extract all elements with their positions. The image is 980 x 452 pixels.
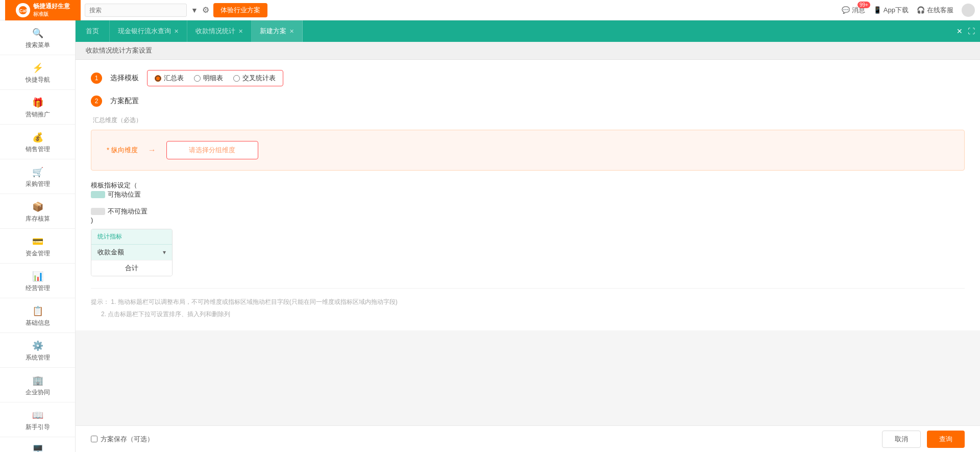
sidebar-item-enterprise[interactable]: 🏢 企业协同 [0, 368, 75, 402]
option-summary-label: 汇总表 [164, 74, 184, 83]
main-container: 🔍 搜索菜单 ⚡ 快捷导航 🎁 营销推广 💰 销售管理 🛒 采购管理 📦 库存核… [0, 20, 980, 452]
sidebar-label-search-menu: 搜索菜单 [26, 41, 50, 50]
search-dropdown-btn[interactable]: ▼ [191, 6, 198, 14]
tab-bar-right: ✕ ⛶ [951, 20, 980, 42]
metric-table-header: 统计指标 [91, 229, 172, 245]
tab-bank-flow-label: 现金银行流水查询 [118, 27, 171, 36]
tab-bank-flow-close[interactable]: ✕ [174, 29, 179, 34]
sidebar-item-finance[interactable]: 💳 资金管理 [0, 229, 75, 264]
radio-summary[interactable] [155, 75, 161, 82]
search-menu-icon: 🔍 [32, 28, 43, 39]
metric-subtotal: 合计 [91, 260, 172, 276]
tab-receipt-stats[interactable]: 收款情况统计 ✕ [187, 20, 252, 42]
radio-detail[interactable] [194, 75, 201, 82]
metric-table-row-amount[interactable]: 收款金额 ▾ [91, 245, 172, 260]
query-button[interactable]: 查询 [927, 431, 965, 448]
option-crosstab-label: 交叉统计表 [242, 74, 276, 83]
movable-indicator [91, 191, 105, 198]
sidebar-label-guide: 新手引导 [26, 423, 50, 432]
step2-badge: 2 [91, 96, 102, 107]
step2-label: 方案配置 [110, 97, 139, 106]
page-title-bar: 收款情况统计方案设置 [76, 42, 980, 60]
tab-home[interactable]: 首页 [76, 20, 110, 42]
dimension-section: 汇总维度（必选） * 纵向维度 → 请选择分组维度 [91, 116, 965, 171]
radio-crosstab[interactable] [233, 75, 240, 82]
tab-new-plan-close[interactable]: ✕ [289, 29, 294, 34]
sidebar-item-sales[interactable]: 💰 销售管理 [0, 125, 75, 159]
sidebar-item-guide[interactable]: 📖 新手引导 [0, 402, 75, 437]
search-input[interactable] [85, 4, 187, 17]
step1-badge: 1 [91, 73, 102, 84]
tab-bar: 首页 现金银行流水查询 ✕ 收款情况统计 ✕ 新建方案 ✕ ✕ ⛶ [76, 20, 980, 42]
save-option-label: 方案保存（可选） [101, 435, 154, 444]
sidebar-item-purchase[interactable]: 🛒 采购管理 [0, 159, 75, 194]
tab-maximize-btn[interactable]: ⛶ [968, 27, 975, 35]
option-summary[interactable]: 汇总表 [155, 74, 184, 83]
bottom-actions: 取消 查询 [882, 431, 965, 448]
top-header: CaR 畅捷通好生意 标准版 ▼ ⚙ 体验行业方案 💬 消息 99+ 📱 App… [0, 0, 980, 20]
notification-area[interactable]: 💬 消息 99+ [842, 6, 865, 15]
dimension-title: 汇总维度（必选） [91, 116, 965, 125]
online-service-area[interactable]: 🎧 在线客服 [917, 6, 953, 15]
step1-label: 选择模板 [110, 74, 139, 83]
sidebar-item-quick-nav[interactable]: ⚡ 快捷导航 [0, 55, 75, 90]
edition-badge: 标准版 [33, 11, 70, 18]
sidebar-label-inventory: 库存核算 [26, 215, 50, 223]
sales-icon: 💰 [32, 132, 43, 143]
tab-new-plan[interactable]: 新建方案 ✕ [252, 20, 303, 42]
page-content: 收款情况统计方案设置 1 选择模板 汇总表 明细表 [76, 42, 980, 425]
tab-home-label: 首页 [86, 27, 99, 36]
avatar[interactable] [962, 4, 975, 17]
save-checkbox[interactable] [91, 436, 97, 442]
settings-gear-icon[interactable]: ⚙ [202, 5, 209, 15]
quick-nav-icon: ⚡ [32, 62, 43, 74]
legend-fixed: 不可拖动位置 [91, 207, 965, 216]
sidebar-label-finance: 资金管理 [26, 249, 50, 258]
industry-btn[interactable]: 体验行业方案 [213, 3, 267, 17]
cancel-button[interactable]: 取消 [882, 431, 921, 448]
bottom-bar: 方案保存（可选） 取消 查询 [76, 425, 980, 452]
sidebar-item-inventory[interactable]: 📦 库存核算 [0, 194, 75, 229]
sidebar-label-enterprise: 企业协同 [26, 388, 50, 397]
dimension-placeholder[interactable]: 请选择分组维度 [166, 141, 258, 159]
app-download-area[interactable]: 📱 App下载 [873, 6, 909, 15]
option-crosstab[interactable]: 交叉统计表 [233, 74, 276, 83]
tab-receipt-stats-close[interactable]: ✕ [238, 29, 243, 34]
tip2: 2. 点击标题栏下拉可设置排序、插入列和删除列 [91, 308, 965, 320]
fixed-indicator [91, 208, 105, 215]
logo-icon: CaR [16, 3, 30, 17]
tab-new-plan-label: 新建方案 [260, 27, 286, 36]
logo: CaR 畅捷通好生意 标准版 [5, 0, 81, 20]
tab-bank-flow[interactable]: 现金银行流水查询 ✕ [110, 20, 187, 42]
purchase-icon: 🛒 [32, 166, 43, 178]
option-detail[interactable]: 明细表 [194, 74, 223, 83]
hardware-icon: 🖥️ [32, 444, 43, 452]
sidebar-item-search-menu[interactable]: 🔍 搜索菜单 [0, 20, 75, 55]
sidebar: 🔍 搜索菜单 ⚡ 快捷导航 🎁 营销推广 💰 销售管理 🛒 采购管理 📦 库存核… [0, 20, 76, 452]
sidebar-item-system[interactable]: ⚙️ 系统管理 [0, 333, 75, 368]
sidebar-label-sales: 销售管理 [26, 145, 50, 154]
metric-name-label: 收款金额 [97, 248, 124, 257]
sidebar-item-marketing[interactable]: 🎁 营销推广 [0, 90, 75, 125]
sidebar-label-purchase: 采购管理 [26, 180, 50, 188]
metric-dropdown-icon[interactable]: ▾ [163, 249, 166, 256]
content-area: 首页 现金银行流水查询 ✕ 收款情况统计 ✕ 新建方案 ✕ ✕ ⛶ 收款情况统计… [76, 20, 980, 452]
service-label: 在线客服 [927, 6, 953, 15]
sidebar-label-system: 系统管理 [26, 353, 50, 362]
sidebar-label-operations: 经营管理 [26, 284, 50, 293]
form-section: 1 选择模板 汇总表 明细表 交叉统计表 [76, 60, 980, 330]
metric-legend: 可拖动位置 不可拖动位置 ) [91, 190, 965, 224]
message-icon: 💬 [842, 6, 850, 14]
basic-info-icon: 📋 [32, 305, 43, 317]
dimension-row-label: * 纵向维度 [107, 146, 138, 155]
sidebar-item-operations[interactable]: 📊 经营管理 [0, 264, 75, 298]
download-icon: 📱 [873, 6, 881, 14]
tab-minimize-btn[interactable]: ✕ [957, 27, 963, 35]
save-option[interactable]: 方案保存（可选） [91, 435, 154, 444]
sidebar-item-hardware[interactable]: 🖥️ 智能硬件 [0, 437, 75, 452]
notification-badge: 99+ [857, 2, 870, 8]
step2-row: 2 方案配置 [91, 96, 965, 107]
page-title: 收款情况统计方案设置 [86, 46, 152, 54]
sidebar-label-marketing: 营销推广 [26, 110, 50, 119]
sidebar-item-basic-info[interactable]: 📋 基础信息 [0, 298, 75, 333]
